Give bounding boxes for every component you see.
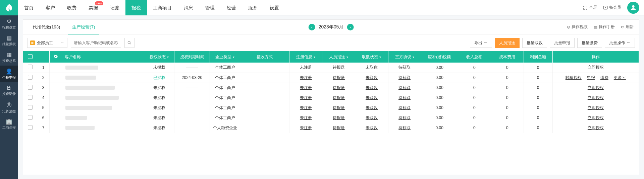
nav-item-9[interactable]: 经营: [221, 0, 242, 15]
reg-info-link[interactable]: 未注册: [300, 75, 312, 80]
export-button[interactable]: 导出﹀: [470, 38, 492, 48]
third-party-link[interactable]: 待获取: [398, 85, 411, 90]
nav-item-6[interactable]: 工商项目: [147, 0, 178, 15]
period-prev-button[interactable]: ‹: [309, 24, 315, 30]
customer-name[interactable]: [65, 66, 98, 70]
col-tax[interactable]: 应补(退)税额: [421, 51, 458, 63]
customer-name[interactable]: [65, 126, 95, 130]
row-checkbox[interactable]: [28, 85, 33, 90]
employee-select[interactable]: ◧ 全部员工 ﹀: [27, 38, 67, 48]
row-checkbox[interactable]: [28, 115, 33, 120]
sidebar-item-3[interactable]: 👤个税申报: [0, 66, 18, 82]
col-cost[interactable]: 成本费用: [491, 51, 524, 63]
report-status-link[interactable]: 待报送: [333, 125, 345, 130]
select-all-header[interactable]: [23, 51, 37, 63]
nav-item-8[interactable]: 管理: [199, 0, 221, 15]
fetch-status-link[interactable]: 未取数: [366, 75, 378, 80]
report-status-link[interactable]: 待报送: [333, 115, 345, 120]
col-third[interactable]: 三方协议▾: [388, 51, 421, 63]
col-report[interactable]: 人员报送▾: [322, 51, 355, 63]
third-party-link[interactable]: 待获取: [398, 105, 411, 110]
search-input[interactable]: [71, 38, 121, 48]
reg-info-link[interactable]: 未注册: [300, 125, 312, 130]
col-collect[interactable]: 征收方式: [240, 51, 289, 63]
fetch-status-link[interactable]: 未取数: [366, 85, 378, 90]
reg-info-link[interactable]: 未注册: [300, 115, 312, 120]
row-checkbox[interactable]: [28, 105, 33, 110]
report-status-link[interactable]: 待报送: [333, 75, 345, 80]
third-party-link[interactable]: 待获取: [398, 125, 411, 130]
row-checkbox[interactable]: [28, 95, 33, 100]
fetch-status-link[interactable]: 未取数: [366, 95, 378, 100]
nav-item-3[interactable]: 票据new: [83, 0, 104, 15]
nav-item-1[interactable]: 客户: [40, 0, 61, 15]
nav-item-11[interactable]: 设置: [264, 0, 285, 15]
sidebar-item-6[interactable]: 🏢工商年报: [0, 116, 18, 132]
tab-0[interactable]: 代扣代缴(193): [29, 20, 64, 34]
sidebar-item-5[interactable]: ㊐汇算清缴: [0, 99, 18, 116]
avatar[interactable]: [627, 2, 639, 14]
manual-link[interactable]: ▤操作手册: [594, 24, 615, 30]
authorize-link[interactable]: 立即授权: [588, 105, 604, 111]
third-party-link[interactable]: 待获取: [398, 115, 411, 120]
sidebar-item-1[interactable]: ▤批量报税: [0, 32, 18, 49]
col-enttype[interactable]: 企业类型▾: [210, 51, 240, 63]
customer-name[interactable]: [65, 76, 96, 80]
nav-item-10[interactable]: 服务: [242, 0, 264, 15]
transfer-auth-link[interactable]: 转移授权: [566, 75, 582, 81]
person-report-button[interactable]: 人员报送: [495, 38, 520, 48]
tab-1[interactable]: 生产经营(7): [68, 20, 99, 34]
nav-item-4[interactable]: 记账: [104, 0, 125, 15]
col-profit[interactable]: 利润总额: [524, 51, 552, 63]
row-checkbox[interactable]: [28, 75, 33, 80]
pay-link[interactable]: 缴费: [600, 75, 608, 81]
third-party-link[interactable]: 待获取: [398, 95, 411, 100]
col-fetch[interactable]: 取数状态▾: [355, 51, 388, 63]
nav-item-0[interactable]: 首页: [18, 0, 40, 15]
gear-header[interactable]: [49, 51, 62, 63]
col-auth[interactable]: 授权状态▾: [144, 51, 174, 63]
reg-info-link[interactable]: 未注册: [300, 65, 312, 70]
authorize-link[interactable]: 立即授权: [588, 65, 604, 70]
reg-info-link[interactable]: 未注册: [300, 85, 312, 90]
row-checkbox[interactable]: [28, 65, 33, 69]
customer-name[interactable]: [65, 116, 87, 120]
nav-item-5[interactable]: 报税: [125, 0, 147, 15]
col-expire[interactable]: 授权到期时间: [174, 51, 210, 63]
sidebar-item-0[interactable]: ⚙报税设置: [0, 15, 18, 32]
third-party-link[interactable]: 待获取: [398, 75, 411, 80]
customer-name[interactable]: [65, 106, 112, 110]
third-party-link[interactable]: 待获取: [398, 65, 411, 70]
authorize-link[interactable]: 立即授权: [588, 115, 604, 121]
batch-pay-button[interactable]: 批量缴费: [577, 38, 602, 48]
batch-ops-button[interactable]: 批量操作﹀: [605, 38, 635, 48]
report-status-link[interactable]: 待报送: [333, 105, 345, 110]
col-name[interactable]: 客户名称: [62, 51, 144, 63]
report-status-link[interactable]: 待报送: [333, 95, 345, 100]
fetch-status-link[interactable]: 未取数: [366, 125, 378, 130]
nav-item-7[interactable]: 消息: [178, 0, 199, 15]
row-checkbox[interactable]: [28, 125, 33, 130]
customer-name[interactable]: [65, 86, 115, 90]
fetch-status-link[interactable]: 未取数: [366, 65, 378, 70]
search-button[interactable]: [124, 38, 135, 48]
more-link[interactable]: 更多﹀: [614, 75, 626, 81]
batch-declare-button[interactable]: 批量申报: [550, 38, 575, 48]
authorize-link[interactable]: 立即授权: [588, 95, 604, 101]
nav-item-2[interactable]: 收费: [61, 0, 83, 15]
sidebar-item-4[interactable]: 🗎报税记录: [0, 82, 18, 99]
col-rev[interactable]: 收入总额: [458, 51, 491, 63]
sidebar-item-2[interactable]: ▦报税总览: [0, 49, 18, 66]
authorize-link[interactable]: 立即授权: [588, 125, 604, 131]
batch-fetch-button[interactable]: 批量取数: [522, 38, 547, 48]
report-status-link[interactable]: 待报送: [333, 65, 345, 70]
fetch-status-link[interactable]: 未取数: [366, 115, 378, 120]
period-next-button[interactable]: ›: [347, 24, 354, 30]
fullscreen-button[interactable]: 全屏: [583, 5, 597, 10]
reg-info-link[interactable]: 未注册: [300, 95, 312, 100]
authorize-link[interactable]: 立即授权: [588, 85, 604, 91]
video-link[interactable]: ⊙操作视频: [567, 24, 588, 30]
member-button[interactable]: 畅会员: [603, 5, 621, 10]
reg-info-link[interactable]: 未注册: [300, 105, 312, 110]
col-reg[interactable]: 注册信息▾: [289, 51, 322, 63]
